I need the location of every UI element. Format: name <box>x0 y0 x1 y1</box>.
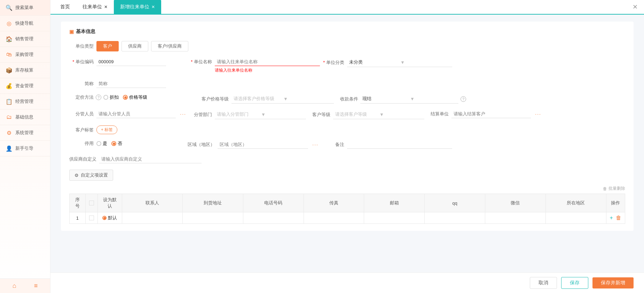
email-input[interactable] <box>368 215 421 221</box>
sidebar-item-finance[interactable]: 💰 资金管理 <box>0 78 50 94</box>
col-default: 设为默认 <box>97 194 122 212</box>
finance-icon: 💰 <box>6 82 13 89</box>
pricing-method-field: 定价方法 ? 折扣 价格等级 <box>69 94 202 100</box>
region-more-btn[interactable]: ··· <box>311 142 320 147</box>
cancel-button[interactable]: 取消 <box>530 277 557 289</box>
sidebar-item-basic[interactable]: 🗂 基础信息 <box>0 109 50 125</box>
section-title: ▣ 基本信息 <box>69 29 625 35</box>
unit-category-select[interactable]: 未分类 ▼ <box>347 58 452 67</box>
custom-settings-button[interactable]: ⚙ 自定义项设置 <box>69 170 113 181</box>
short-name-input[interactable] <box>96 80 166 88</box>
remark-input[interactable] <box>347 140 452 149</box>
radio-price-level[interactable]: 价格等级 <box>123 94 147 100</box>
sidebar-item-system[interactable]: ⚙ 系统管理 <box>0 125 50 141</box>
basic-icon: 🗂 <box>6 114 13 121</box>
payment-terms-help-icon[interactable]: ? <box>461 96 466 102</box>
sidebar-item-search[interactable]: 🔍 搜索菜单 <box>0 0 50 16</box>
customer-level-select[interactable]: 请选择客户等级 ▼ <box>333 110 424 119</box>
cell-region[interactable] <box>545 212 606 224</box>
select-all-checkbox[interactable] <box>89 201 94 205</box>
sidebar-item-inventory[interactable]: 📦 库存核算 <box>0 63 50 78</box>
settlement-more-btn[interactable]: ··· <box>534 111 543 117</box>
type-btn-supplier[interactable]: 供应商 <box>121 41 148 51</box>
qq-input[interactable] <box>428 215 481 221</box>
sidebar-item-operation[interactable]: 📋 经营管理 <box>0 94 50 109</box>
type-btn-both[interactable]: 客户/供应商 <box>151 41 188 51</box>
sidebar: 🔍 搜索菜单 ◎ 快捷导航 🏠 销售管理 🛍 采购管理 📦 库存核算 💰 资金管… <box>0 0 50 293</box>
unit-name-input[interactable] <box>215 58 320 66</box>
main-area: 首页 往来单位 ✕ 新增往来单位 ✕ ✕ ▣ 基本信息 单位类型 客户 <box>50 0 644 293</box>
cell-address[interactable] <box>183 212 243 224</box>
radio-yes-circle <box>96 141 101 146</box>
region-table-input[interactable] <box>549 215 603 221</box>
payment-terms-select[interactable]: 现结 ▼ <box>360 94 458 104</box>
save-new-button[interactable]: 保存并新增 <box>592 277 634 288</box>
tab-partners-label: 往来单位 <box>83 4 102 10</box>
supplier-custom-input[interactable] <box>99 155 202 163</box>
short-name-field: 简称 <box>69 80 188 88</box>
sidebar-item-label: 系统管理 <box>15 130 33 136</box>
sidebar-item-label: 库存核算 <box>15 67 33 73</box>
customer-price-level-placeholder: 请选择客户价格等级 <box>234 96 282 102</box>
operation-icon: 📋 <box>6 98 13 105</box>
pricing-help-icon[interactable]: ? <box>96 95 101 100</box>
tab-partners[interactable]: 往来单位 ✕ <box>76 0 114 14</box>
radio-yes[interactable]: 是 <box>96 140 107 147</box>
cell-qq[interactable] <box>425 212 485 224</box>
manager-row: 分管人员 ··· 分管部门 请输入分管部门 ▼ 客户等级 请选择客户等级 <box>69 110 625 119</box>
cell-email[interactable] <box>364 212 425 224</box>
tab-new-partner-label: 新增往来单位 <box>120 4 149 10</box>
wechat-input[interactable] <box>489 215 542 221</box>
add-row-btn[interactable]: + <box>610 215 613 221</box>
tab-new-partner[interactable]: 新增往来单位 ✕ <box>114 0 161 14</box>
tab-bar-close[interactable]: ✕ <box>630 2 641 12</box>
customer-price-level-select[interactable]: 请选择客户价格等级 ▼ <box>231 94 334 104</box>
batch-delete-button[interactable]: 🗑 批量删除 <box>603 186 625 192</box>
department-select[interactable]: 请输入分管部门 ▼ <box>215 110 306 119</box>
cell-wechat[interactable] <box>485 212 545 224</box>
contact-input[interactable] <box>126 215 179 221</box>
supplier-custom-row: 供应商自定义 <box>69 155 625 163</box>
cell-phone[interactable] <box>243 212 304 224</box>
add-tag-button[interactable]: + 标签 <box>96 125 117 134</box>
sidebar-bottom: ⌂ ≡ <box>0 278 50 293</box>
default-radio[interactable] <box>102 216 107 220</box>
payment-terms-label: 收款条件 <box>334 96 358 102</box>
radio-yes-label: 是 <box>103 140 107 147</box>
customer-level-placeholder: 请选择客户等级 <box>335 111 378 117</box>
sidebar-item-newbie[interactable]: 👤 新手引导 <box>0 141 50 156</box>
settlement-unit-field: 结算单位 ··· <box>424 110 543 118</box>
sidebar-item-sales[interactable]: 🏠 销售管理 <box>0 31 50 47</box>
phone-input[interactable] <box>247 215 300 221</box>
row-checkbox[interactable] <box>89 215 94 220</box>
cell-checkbox <box>85 212 97 224</box>
settings-bottom-icon[interactable]: ≡ <box>34 282 38 290</box>
region-input[interactable] <box>218 140 308 149</box>
manager-label: 分管人员 <box>69 111 94 117</box>
delete-row-btn[interactable]: 🗑 <box>616 215 621 221</box>
radio-discount[interactable]: 折扣 <box>103 94 119 100</box>
tab-home-label: 首页 <box>60 4 70 10</box>
unit-code-input[interactable] <box>96 58 166 66</box>
manager-input[interactable] <box>96 110 176 118</box>
close-partners-tab[interactable]: ✕ <box>104 5 108 9</box>
cell-fax[interactable] <box>304 212 364 224</box>
radio-no[interactable]: 否 <box>111 140 122 147</box>
sidebar-item-label: 经营管理 <box>15 98 33 105</box>
manager-more-btn[interactable]: ··· <box>179 111 188 117</box>
settlement-unit-input[interactable] <box>451 110 531 118</box>
fax-input[interactable] <box>307 215 361 221</box>
disabled-radio-group: 是 否 <box>96 140 122 147</box>
cell-default: 默认 <box>97 212 122 224</box>
home-bottom-icon[interactable]: ⌂ <box>13 282 16 290</box>
type-btn-customer[interactable]: 客户 <box>96 41 119 51</box>
pricing-radio-group: 折扣 价格等级 <box>103 94 147 100</box>
cell-contact[interactable] <box>122 212 183 224</box>
save-button[interactable]: 保存 <box>561 277 588 289</box>
address-input[interactable] <box>186 215 239 221</box>
sidebar-item-purchase[interactable]: 🛍 采购管理 <box>0 47 50 63</box>
sidebar-item-quicknav[interactable]: ◎ 快捷导航 <box>0 16 50 31</box>
close-new-partner-tab[interactable]: ✕ <box>151 5 155 9</box>
col-phone: 电话号码 <box>243 194 304 212</box>
tab-home[interactable]: 首页 <box>54 0 76 14</box>
